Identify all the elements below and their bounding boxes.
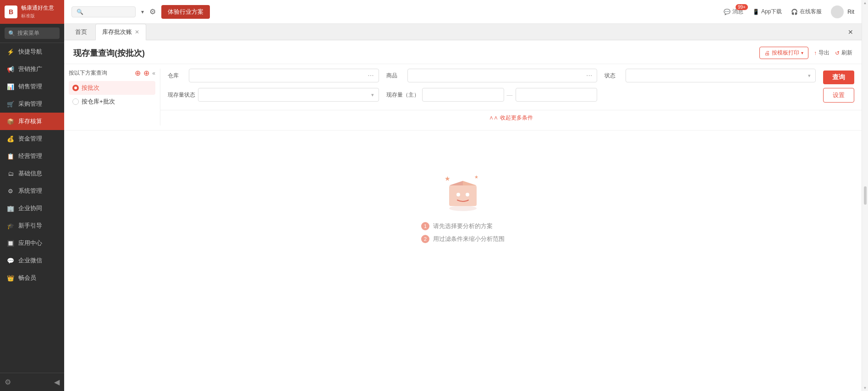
warehouse-label: 仓库 [168,72,186,80]
scheme-label: 按以下方案查询 [69,69,107,77]
enterprise-icon: 🏢 [6,204,15,212]
empty-step-1: 1 请先选择要分析的方案 [421,222,505,230]
online-service-btn[interactable]: 🎧 在线客服 [791,8,822,16]
step-2-circle: 2 [421,235,429,243]
filter-actions: 查询 设置 [823,71,862,103]
inactive-scheme-dot [72,98,79,105]
search-menu-label: 搜索菜单 [17,29,39,37]
sidebar-item-marketing[interactable]: 📢 营销推广 [0,60,64,78]
settings-icon[interactable]: ⚙ [5,378,11,386]
topbar-search-box[interactable]: 🔍 [71,6,136,17]
sales-icon: 📊 [6,82,15,91]
sidebar-search-area[interactable]: 🔍 搜索菜单 [0,24,64,43]
member-icon: 👑 [6,274,15,282]
app-download-btn[interactable]: 📱 App下载 [753,8,782,16]
industry-btn[interactable]: 体验行业方案 [161,5,210,19]
topbar-gear-icon[interactable]: ⚙ [149,7,156,16]
sidebar-item-finance[interactable]: 💰 资金管理 [0,130,64,147]
export-btn[interactable]: ↑ 导出 [814,49,830,57]
sidebar-item-apps[interactable]: 🔲 应用中心 [0,234,64,252]
phone-icon: 📱 [753,9,759,15]
active-scheme-dot [72,85,79,91]
scheme-label-batch: 按批次 [82,84,99,92]
page-header-actions: 🖨 按模板打印 ▾ ↑ 导出 ↺ 刷新 [759,47,852,59]
inventory-status-select[interactable]: ▾ [198,88,379,102]
refresh-btn[interactable]: ↺ 刷新 [835,49,852,57]
sidebar-item-purchase[interactable]: 🛒 采购管理 [0,95,64,113]
topbar-search-icon: 🔍 [77,9,83,15]
tab-home[interactable]: 首页 [69,24,93,40]
scheme-by-batch[interactable]: 按批次 [69,81,155,95]
sidebar-item-newbie[interactable]: 🎓 新手引导 [0,217,64,234]
query-btn[interactable]: 查询 [823,71,854,84]
inventory-qty-label: 现存量（主） [386,91,419,99]
app-logo: B [5,5,17,18]
sidebar-nav: ⚡ 快捷导航 📢 营销推广 📊 销售管理 🛒 采购管理 📦 库存核算 💰 资金管… [0,43,64,373]
filter-sidebar: 按以下方案查询 ⊕ ⊕ « 按批次 按仓库+批次 [64,69,160,125]
empty-state: ★ ★ 1 请先选择要分析的方案 2 用过滤条件来缩小分析范围 [64,130,862,280]
svg-text:★: ★ [474,174,478,179]
inventory-qty-from[interactable] [422,88,504,102]
scheme-collapse-icon[interactable]: « [152,70,155,76]
print-dropdown-icon[interactable]: ▾ [801,50,803,55]
messages-badge: 99+ [736,4,748,10]
wechat-icon: 💬 [6,256,15,265]
settings-btn[interactable]: 设置 [823,88,854,103]
tab-home-label: 首页 [75,28,87,36]
right-scrollbar[interactable]: ▲ ▼ [862,0,868,391]
avatar [831,5,844,18]
status-select[interactable]: ▾ [626,69,816,82]
warehouse-dots-icon[interactable]: ··· [368,71,374,80]
online-service-label: 在线客服 [800,8,822,16]
warehouse-input[interactable]: ··· [189,69,379,82]
scheme-settings-icon[interactable]: ⊕ [143,69,149,77]
page-content: 现存量查询(按批次) 🖨 按模板打印 ▾ ↑ 导出 ↺ 刷新 [64,40,862,391]
empty-step-2: 2 用过滤条件来缩小分析范围 [421,235,505,243]
sidebar-item-sales[interactable]: 📊 销售管理 [0,78,64,95]
filter-sidebar-actions: ⊕ ⊕ « [135,69,155,77]
sidebar-item-inventory[interactable]: 📦 库存核算 [0,113,64,130]
sidebar-item-label: 资金管理 [18,135,42,143]
sidebar-item-system[interactable]: ⚙ 系统管理 [0,182,64,200]
tab-close-btn[interactable]: ✕ [135,29,139,35]
scroll-up-icon: ▲ [863,1,867,5]
svg-rect-5 [449,185,477,206]
collapse-more-conditions-btn[interactable]: ∧∧ 收起更多条件 [160,110,862,125]
sidebar-item-enterprise[interactable]: 🏢 企业协同 [0,200,64,217]
quick-nav-icon: ⚡ [6,48,15,56]
sidebar-collapse-btn[interactable]: ◀ [54,378,60,386]
search-menu-input[interactable]: 🔍 搜索菜单 [5,27,60,39]
product-input[interactable]: ··· [407,69,598,82]
print-btn[interactable]: 🖨 按模板打印 ▾ [759,47,808,59]
scheme-by-warehouse-batch[interactable]: 按仓库+批次 [69,95,155,109]
status-label: 状态 [604,72,623,80]
filter-main: 仓库 ··· 商品 ··· [160,69,823,107]
sidebar-item-label: 系统管理 [18,187,42,195]
inventory-icon: 📦 [6,117,15,125]
marketing-icon: 📢 [6,65,15,73]
user-avatar-btn[interactable]: Rit [831,5,854,18]
sidebar-footer: ⚙ ◀ [0,373,64,391]
app-version: 标准版 [21,13,54,19]
app-info: 畅康通好生意 标准版 [21,5,54,19]
scroll-down-icon: ▼ [863,386,867,390]
close-tab-area-btn[interactable]: ✕ [844,27,857,38]
page-title: 现存量查询(按批次) [73,48,145,59]
svg-marker-4 [463,181,477,185]
page-header: 现存量查询(按批次) 🖨 按模板打印 ▾ ↑ 导出 ↺ 刷新 [64,40,862,64]
sidebar-item-member[interactable]: 👑 畅会员 [0,269,64,287]
inventory-qty-to[interactable] [516,88,598,102]
messages-btn[interactable]: 💬 消息 99+ [724,8,743,16]
sidebar-item-quick-nav[interactable]: ⚡ 快捷导航 [0,43,64,60]
svg-point-1 [449,206,477,211]
sidebar-item-label: 畅会员 [18,274,36,282]
topbar-dropdown-btn[interactable]: ▾ [141,9,144,15]
add-scheme-icon[interactable]: ⊕ [135,69,141,77]
sidebar-item-basic[interactable]: 🗂 基础信息 [0,165,64,182]
sidebar-item-wechat[interactable]: 💬 企业微信 [0,252,64,269]
tab-inventory-batch[interactable]: 库存批次账 ✕ [95,24,146,40]
collapse-icon: ∧∧ [489,114,500,121]
product-dots-icon[interactable]: ··· [586,71,592,80]
sidebar-item-operations[interactable]: 📋 经营管理 [0,147,64,165]
topbar: 🔍 ▾ ⚙ 体验行业方案 💬 消息 99+ 📱 App下载 🎧 在线客服 Rit [64,0,862,24]
